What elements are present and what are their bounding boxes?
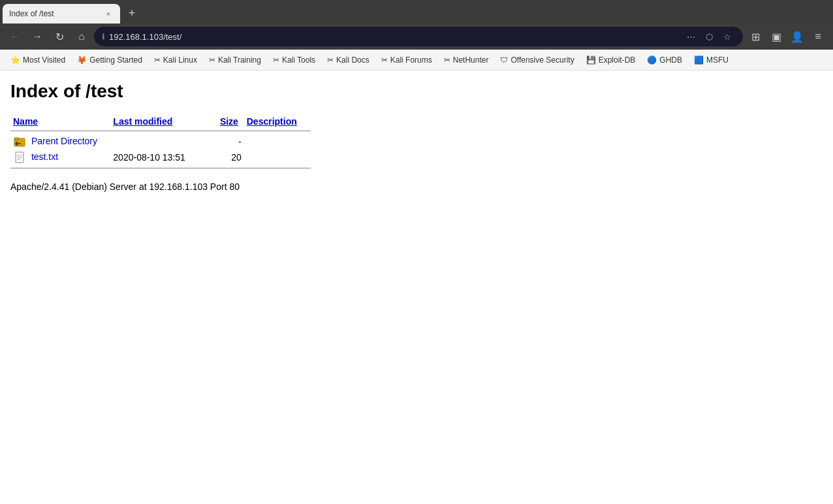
col-desc-label: Description [247,116,297,127]
tab-bar: Index of /test × + [0,0,833,24]
bookmark-offensive-security-label: Offensive Security [511,55,574,65]
col-modified-sort-link[interactable]: Last modified [113,116,172,127]
menu-icon: ≡ [815,31,821,42]
col-modified-header[interactable]: Last modified [110,115,217,128]
ghdb-icon: 🔵 [647,55,657,65]
library-icon: ⊞ [751,31,760,43]
msfu-icon: 🟦 [694,55,704,65]
parent-dir-modified [110,134,217,150]
header-separator-row [10,128,311,134]
kali-docs-icon: ✂ [327,55,334,65]
table-header-row: Name Last modified Size Description [10,115,311,128]
nethunter-icon: ✂ [444,55,450,65]
tab-close-button[interactable]: × [103,8,114,19]
parent-dir-icon [13,135,26,148]
url-base: 192.168.1.103 [109,32,163,42]
back-icon: ← [10,31,20,42]
bookmark-most-visited-label: Most Visited [23,55,65,65]
file-icon [13,151,26,164]
home-icon: ⌂ [78,31,85,42]
library-button[interactable]: ⊞ [746,27,765,46]
offensive-security-icon: 🛡 [500,55,508,65]
tab-title: Index of /test [9,9,98,18]
new-tab-button[interactable]: + [123,4,141,22]
page-title: Index of /test [10,81,823,102]
col-desc-header: Description [244,115,311,128]
parent-dir-size: - [217,134,244,150]
active-tab[interactable]: Index of /test × [3,4,120,24]
bookmark-kali-linux[interactable]: ✂ Kali Linux [149,54,202,67]
nav-right-actions: ⊞ ▣ 👤 ≡ [746,27,828,46]
forward-button[interactable]: → [27,27,47,46]
col-size-header[interactable]: Size [217,115,244,128]
table-row: test.txt 2020-08-10 13:51 20 [10,150,311,165]
bookmark-ghdb[interactable]: 🔵 GHDB [642,54,687,67]
bookmark-kali-forums[interactable]: ✂ Kali Forums [376,54,437,67]
bookmark-getting-started-label: Getting Started [89,55,142,65]
entry-name-cell: test.txt [10,150,110,165]
more-options-button[interactable]: ⋯ [683,29,699,44]
page-content: Index of /test Name Last modified Size D… [0,71,833,475]
bookmark-nethunter-label: NetHunter [453,55,489,65]
file-desc [244,150,311,165]
url-display: 192.168.1.103/test/ [109,32,679,42]
bookmark-kali-docs-label: Kali Docs [336,55,369,65]
synced-tabs-icon: ▣ [772,31,781,43]
bookmark-ghdb-label: GHDB [659,55,682,65]
bookmark-kali-tools-label: Kali Tools [282,55,315,65]
server-info: Apache/2.4.41 (Debian) Server at 192.168… [10,181,823,192]
table-row: Parent Directory - [10,134,311,150]
bookmark-kali-linux-label: Kali Linux [163,55,197,65]
bookmark-msfu[interactable]: 🟦 MSFU [689,54,734,67]
svg-rect-1 [14,138,19,140]
pocket-button[interactable]: ⬡ [701,29,717,44]
account-button[interactable]: 👤 [787,27,807,46]
bookmark-getting-started[interactable]: 🦊 Getting Started [72,54,148,67]
bookmark-msfu-label: MSFU [706,55,729,65]
exploit-db-icon: 💾 [586,55,596,65]
directory-table: Name Last modified Size Description [10,115,311,171]
url-path: /test/ [163,32,181,42]
bookmark-kali-docs[interactable]: ✂ Kali Docs [322,54,375,67]
most-visited-icon: ⭐ [10,55,20,65]
footer-separator-row [10,165,311,171]
col-name-header[interactable]: Name [10,115,110,128]
address-bar-actions: ⋯ ⬡ ☆ [683,29,735,44]
url-info-icon: ℹ [102,32,105,41]
file-modified: 2020-08-10 13:51 [110,150,217,165]
file-size: 20 [217,150,244,165]
bookmark-kali-training-label: Kali Training [218,55,261,65]
synced-tabs-button[interactable]: ▣ [766,27,786,46]
bookmark-nethunter[interactable]: ✂ NetHunter [439,54,494,67]
bookmark-button[interactable]: ☆ [719,29,735,44]
getting-started-icon: 🦊 [77,55,87,65]
bookmark-kali-tools[interactable]: ✂ Kali Tools [268,54,321,67]
reload-button[interactable]: ↻ [50,27,69,46]
kali-forums-icon: ✂ [381,55,388,65]
kali-tools-icon: ✂ [273,55,279,65]
nav-bar: ← → ↻ ⌂ ℹ 192.168.1.103/test/ ⋯ ⬡ ☆ ⊞ [0,24,833,50]
kali-linux-icon: ✂ [154,55,161,65]
kali-training-icon: ✂ [209,55,215,65]
bookmark-offensive-security[interactable]: 🛡 Offensive Security [495,54,579,67]
file-link[interactable]: test.txt [31,151,58,162]
account-icon: 👤 [791,31,804,43]
back-button[interactable]: ← [5,27,25,46]
col-name-sort-link[interactable]: Name [13,116,38,127]
forward-icon: → [32,31,42,42]
col-size-sort-link[interactable]: Size [220,116,238,127]
reload-icon: ↻ [55,31,64,43]
home-button[interactable]: ⌂ [72,27,91,46]
bookmark-most-visited[interactable]: ⭐ Most Visited [5,54,71,67]
parent-dir-desc [244,134,311,150]
menu-button[interactable]: ≡ [808,27,828,46]
browser-chrome: Index of /test × + ← → ↻ ⌂ ℹ 192.168.1.1… [0,0,833,71]
address-bar[interactable]: ℹ 192.168.1.103/test/ ⋯ ⬡ ☆ [94,27,743,46]
bookmark-kali-forums-label: Kali Forums [390,55,432,65]
bookmark-exploit-db-label: Exploit-DB [599,55,636,65]
bookmark-kali-training[interactable]: ✂ Kali Training [204,54,266,67]
entry-name-cell: Parent Directory [10,134,110,150]
parent-dir-link[interactable]: Parent Directory [31,136,97,146]
bookmarks-bar: ⭐ Most Visited 🦊 Getting Started ✂ Kali … [0,50,833,71]
bookmark-exploit-db[interactable]: 💾 Exploit-DB [581,54,641,67]
